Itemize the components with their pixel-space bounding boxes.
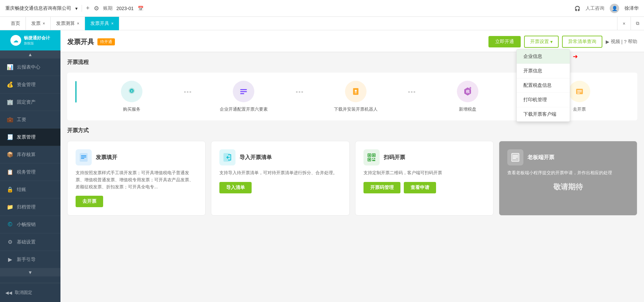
svg-rect-28 bbox=[372, 160, 375, 161]
sidebar-item-fapiao-label: 发票管理 bbox=[17, 134, 36, 140]
methods-grid: 发票填开 支持按照发票样式手工填开发票；可开具增值税电子普通发票、增值税普通发票… bbox=[67, 141, 637, 216]
tab-restore-button[interactable]: ⧉ bbox=[631, 17, 644, 30]
gongzi-icon: 💼 bbox=[7, 116, 13, 123]
sidebar-item-fapiao[interactable]: 🧾 发票管理 bbox=[0, 128, 60, 146]
help-button[interactable]: ▶ 视频 | ? 帮助 bbox=[606, 39, 637, 45]
guidang-icon: 📁 bbox=[7, 204, 13, 210]
sidebar-cancel-fixed[interactable]: ◀◀ 取消固定 bbox=[0, 286, 60, 299]
zijin-icon: 💰 bbox=[7, 81, 13, 88]
tab-invoice-issue[interactable]: 发票开具 × bbox=[85, 17, 119, 30]
boss-overlay: 敬请期待 bbox=[507, 182, 629, 192]
divider bbox=[82, 5, 82, 12]
settings-button[interactable]: 开票设置 ▾ bbox=[524, 36, 559, 48]
method-scan-manage-button[interactable]: 开票码管理 bbox=[363, 182, 400, 193]
flow-label-1: 购买服务 bbox=[123, 106, 140, 112]
dropdown-xiazai-label: 下载开票客户端 bbox=[523, 111, 556, 117]
method-scan-apply-button[interactable]: 查看申请 bbox=[404, 182, 436, 193]
chevron-down-icon[interactable]: ▾ bbox=[75, 6, 78, 11]
dropdown-item-dayinji[interactable]: 打印机管理 bbox=[517, 93, 570, 107]
svg-rect-23 bbox=[373, 154, 375, 156]
svg-rect-30 bbox=[513, 155, 518, 156]
method-import-title: 导入开票清单 bbox=[240, 154, 272, 161]
method-boss-icon bbox=[507, 149, 523, 165]
tab-home-label: 首页 bbox=[11, 21, 20, 27]
flow-icon-4: 税 + bbox=[457, 81, 478, 102]
layout: ☁ 畅捷通好会计 旗舰版 ▲ 📊 云报表中心 💰 资金管理 🏢 固定资产 💼 工… bbox=[0, 30, 644, 302]
logo-text: 畅捷通好会计 bbox=[24, 35, 50, 41]
dropdown-item-xiazai[interactable]: 下载开票客户端 bbox=[517, 107, 570, 121]
tab-invoice[interactable]: 发票 × bbox=[26, 17, 51, 30]
method-card-import: 导入开票清单 支持导入待开票清单，可对待开票清单进行拆分、合并处理。 导入清单 bbox=[211, 141, 349, 216]
tab-invoice-issue-close[interactable]: × bbox=[111, 21, 114, 26]
sidebar-item-jiezhang[interactable]: 🔒 结账 bbox=[0, 181, 60, 198]
tab-home[interactable]: 首页 bbox=[5, 17, 26, 30]
activate-button[interactable]: 立即开通 bbox=[488, 36, 521, 47]
sidebar-item-guidang[interactable]: 📁 归档管理 bbox=[0, 198, 60, 216]
tab-close-button[interactable]: × bbox=[617, 17, 631, 30]
tab-invoice-issue-label: 发票开具 bbox=[90, 21, 109, 27]
dropdown-item-qiye[interactable]: 企业信息 ➜ bbox=[517, 49, 570, 64]
method-scan-title: 扫码开票 bbox=[384, 154, 405, 161]
sidebar-item-shuiwu[interactable]: 📋 税务管理 bbox=[0, 163, 60, 181]
page-title: 发票开具 bbox=[67, 37, 94, 46]
plus-icon[interactable]: + bbox=[86, 5, 90, 12]
method-fill-title: 发票填开 bbox=[96, 154, 117, 161]
period-label: 账期 bbox=[103, 5, 113, 11]
method-boss-title: 老板端开票 bbox=[527, 154, 554, 161]
sidebar-item-gongzi[interactable]: 💼 工资 bbox=[0, 111, 60, 128]
sidebar-scroll-down[interactable]: ▼ bbox=[0, 268, 60, 276]
dropdown-peizhi-label: 配置税盘信息 bbox=[523, 82, 552, 88]
sidebar-item-xinshouyindao[interactable]: ▶ 新手引导 bbox=[0, 251, 60, 268]
dropdown-item-kaipiao[interactable]: 开票信息 bbox=[517, 64, 570, 78]
method-card-scan: 扫码开票 支持定制开票二维码，客户端可扫码开票 开票码管理 查看申请 bbox=[355, 141, 493, 216]
tab-actions: × ⧉ bbox=[617, 17, 644, 30]
tab-invoice-label: 发票 bbox=[31, 21, 41, 27]
gudingzichan-icon: 🏢 bbox=[7, 99, 13, 105]
sidebar-item-yunbao-label: 云报表中心 bbox=[17, 64, 40, 70]
method-fill-button[interactable]: 去开票 bbox=[76, 196, 103, 207]
main-content: 发票开具 待开通 立即开通 开票设置 ▾ 异常清单查询 ▶ 视频 | ? bbox=[60, 30, 644, 302]
svg-rect-26 bbox=[372, 158, 373, 159]
sidebar-item-zijin[interactable]: 💰 资金管理 bbox=[0, 76, 60, 93]
flow-step-2: 企业开通配置开票六要素 bbox=[194, 81, 293, 112]
fapiao-icon: 🧾 bbox=[7, 134, 13, 140]
support-label[interactable]: 人工咨询 bbox=[586, 5, 604, 11]
svg-rect-13 bbox=[577, 91, 582, 92]
tab-invoice-calc-close[interactable]: × bbox=[77, 21, 79, 26]
sidebar-item-jichushezhi[interactable]: ⚙ 基础设置 bbox=[0, 233, 60, 251]
tab-invoice-calc[interactable]: 发票测算 × bbox=[51, 17, 85, 30]
flow-step-3: 下载并安装开票机器人 bbox=[306, 81, 405, 112]
dropdown-qiye-label: 企业信息 bbox=[523, 53, 542, 59]
help-icon: ? bbox=[624, 39, 627, 44]
method-import-button[interactable]: 导入清单 bbox=[219, 182, 252, 193]
svg-rect-32 bbox=[513, 158, 516, 159]
method-import-icon bbox=[219, 149, 235, 165]
svg-rect-27 bbox=[374, 158, 375, 159]
sidebar-cancel-label: 取消固定 bbox=[15, 290, 32, 296]
gear-icon[interactable]: ⚙ bbox=[94, 5, 99, 12]
company-name[interactable]: 重庆畅捷交通信息咨询有限公司 bbox=[5, 5, 71, 11]
flow-connector-1 bbox=[181, 91, 194, 102]
user-avatar: 👤 bbox=[610, 4, 619, 13]
sidebar-scroll-up[interactable]: ▲ bbox=[0, 50, 60, 59]
svg-point-6 bbox=[355, 90, 357, 92]
flow-icon-2 bbox=[233, 81, 254, 102]
flow-icon-1: + bbox=[121, 81, 142, 102]
sidebar-item-xiaochang[interactable]: © 小畅报销 bbox=[0, 216, 60, 233]
calendar-icon[interactable]: 📅 bbox=[138, 6, 143, 11]
sidebar-item-kucun[interactable]: 📦 库存核算 bbox=[0, 146, 60, 163]
sidebar-item-yunbao[interactable]: 📊 云报表中心 bbox=[0, 59, 60, 76]
page-title-area: 发票开具 待开通 bbox=[67, 37, 115, 46]
flow-label-4: 新增税盘 bbox=[459, 106, 476, 112]
abnormal-button[interactable]: 异常清单查询 bbox=[562, 36, 602, 48]
method-import-header: 导入开票清单 bbox=[219, 149, 341, 165]
flow-connector-3 bbox=[405, 91, 418, 102]
flow-left-bar bbox=[75, 81, 77, 103]
user-name[interactable]: 徐泽华 bbox=[625, 5, 639, 11]
svg-rect-14 bbox=[577, 93, 580, 93]
dropdown-dayinji-label: 打印机管理 bbox=[523, 97, 547, 102]
tab-invoice-close[interactable]: × bbox=[43, 21, 45, 26]
svg-rect-18 bbox=[81, 158, 84, 159]
sidebar-item-gudingzichan[interactable]: 🏢 固定资产 bbox=[0, 93, 60, 111]
dropdown-item-peizhi[interactable]: 配置税盘信息 bbox=[517, 78, 570, 93]
